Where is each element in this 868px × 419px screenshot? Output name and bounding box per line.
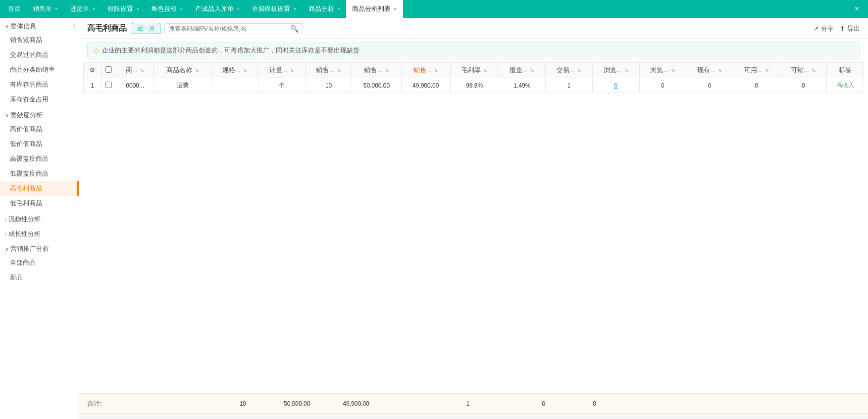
sidebar-item-high-margin[interactable]: 高毛利商品: [0, 181, 79, 196]
row-select-checkbox[interactable]: [105, 82, 112, 88]
col-tag[interactable]: 标签: [827, 63, 864, 78]
sidebar-group-growth[interactable]: › 成长性分析: [0, 226, 79, 240]
row-sales-profit: 49,900.00: [401, 78, 450, 93]
table-header-row: ⚙ 商... ⇅ 商品名称 ⇅ 规格...: [84, 63, 864, 78]
footer-current-stock: 0: [538, 400, 549, 407]
sort-views2-icon: ⇅: [671, 68, 675, 73]
nav-product-inbound[interactable]: 产成品入库单 ×: [189, 0, 246, 18]
sort-unit-icon: ⇅: [290, 68, 294, 73]
nav-sales-order[interactable]: 销售单 ×: [27, 0, 64, 18]
nav-product-analysis-list[interactable]: 商品分析列表 ×: [346, 0, 403, 18]
sidebar-item-in-stock-products[interactable]: 有库存的商品: [0, 77, 79, 92]
search-input[interactable]: [169, 25, 290, 32]
sort-sku-icon: ⇅: [140, 68, 144, 73]
sidebar-group-trend[interactable]: › 流趋性分析: [0, 211, 79, 226]
close-product-inbound-icon[interactable]: ×: [237, 6, 240, 12]
close-role-auth-icon[interactable]: ×: [180, 6, 183, 12]
row-sellable-stock: 0: [780, 78, 827, 93]
sidebar-item-high-value[interactable]: 高价值商品: [0, 122, 79, 137]
nav-home[interactable]: 首页: [2, 0, 27, 18]
col-sellable-stock[interactable]: 可销... ⇅: [780, 63, 827, 78]
sort-views1-icon: ⇅: [624, 68, 628, 73]
content-header: 高毛利商品 近一月 🔍 ↗ 分享 ⬆ 导出: [79, 18, 868, 39]
col-spec[interactable]: 规格... ⇅: [211, 63, 258, 78]
arrow-right-icon: ›: [5, 217, 6, 222]
arrow-down-icon3: ∨: [5, 246, 8, 252]
sidebar-item-all-products[interactable]: 全部商品: [0, 255, 79, 270]
sidebar-collapse-button[interactable]: 《: [69, 22, 76, 31]
sidebar-item-new-products[interactable]: 新品: [0, 270, 79, 285]
row-sales-amount: 50,000.00: [352, 78, 401, 93]
arrow-right-icon2: ›: [5, 232, 6, 237]
close-permission-settings-icon[interactable]: ×: [136, 6, 139, 12]
row-unit: 个: [258, 78, 306, 93]
sidebar: 《 ∨ 整体信息 销售览商品 交易过的商品 商品分类助销率 有库存的商品 库存资…: [0, 18, 79, 419]
window-close-button[interactable]: ×: [848, 0, 866, 18]
row-tag: 高收入: [827, 78, 864, 93]
sidebar-item-low-value[interactable]: 低价值商品: [0, 137, 79, 151]
footer-cells: 10 50,000.00 49,900.00 1 0 0: [112, 400, 860, 407]
share-icon: ↗: [814, 25, 819, 32]
filter-recent-month-button[interactable]: 近一月: [132, 23, 160, 34]
sort-sales-profit-icon: ⇅: [434, 68, 438, 73]
sort-transaction-icon: ⇅: [577, 68, 581, 73]
footer-transaction: 1: [462, 400, 474, 407]
col-available-stock[interactable]: 可用... ⇅: [733, 63, 780, 78]
sidebar-item-high-coverage[interactable]: 高覆盖度商品: [0, 151, 79, 166]
footer-total-label: 合计:: [87, 399, 102, 408]
col-sales-profit[interactable]: 销售... ⇅: [401, 63, 450, 78]
col-sales-qty[interactable]: 销售... ⇅: [305, 63, 352, 78]
sidebar-item-sales-overview[interactable]: 销售览商品: [0, 33, 79, 47]
col-gross-margin[interactable]: 毛利率 ⇅: [450, 63, 499, 78]
col-current-stock[interactable]: 现有... ⇅: [686, 63, 733, 78]
sidebar-item-stock-capital[interactable]: 库存资金占用: [0, 92, 79, 107]
sidebar-item-traded-products[interactable]: 交易过的商品: [0, 47, 79, 62]
notice-icon: ◇: [94, 47, 99, 54]
sort-sellable-stock-icon: ⇅: [812, 68, 816, 73]
col-sales-amount[interactable]: 销售... ⇅: [352, 63, 401, 78]
col-name[interactable]: 商品名称 ⇅: [154, 63, 211, 78]
top-nav: 首页 销售单 × 进货单 × 权限设置 × 角色授权 × 产成品入库单 × 单据…: [0, 0, 868, 18]
export-button[interactable]: ⬆ 导出: [840, 24, 860, 33]
sidebar-group-overall[interactable]: ∨ 整体信息: [0, 18, 79, 33]
row-sales-qty: 10: [305, 78, 352, 93]
sort-available-stock-icon: ⇅: [765, 68, 769, 73]
close-product-analysis-list-icon[interactable]: ×: [394, 6, 397, 12]
footer-bar: 合计: 10 50,000.00 49,900.00 1 0 0: [79, 393, 868, 413]
col-checkbox[interactable]: [102, 63, 116, 78]
sidebar-group-marketing[interactable]: ∨ 营销推广分析: [0, 240, 79, 255]
col-coverage[interactable]: 覆盖... ⇅: [499, 63, 546, 78]
notice-bar: ◇ 企业的主要的利润都是这部分商品创造的，可考虑加大推广，同时关注库存是不要出现…: [87, 43, 860, 58]
sidebar-group-contribution[interactable]: ∨ 贡献度分析: [0, 107, 79, 122]
sidebar-item-low-margin[interactable]: 低毛利商品: [0, 196, 79, 211]
nav-permission-settings[interactable]: 权限设置 ×: [102, 0, 145, 18]
close-sales-order-icon[interactable]: ×: [55, 6, 58, 12]
export-icon: ⬆: [840, 25, 845, 32]
row-transaction: 1: [546, 78, 593, 93]
row-views1[interactable]: 0: [592, 78, 639, 93]
select-all-checkbox[interactable]: [105, 66, 112, 73]
col-views2[interactable]: 浏览... ⇅: [639, 63, 686, 78]
sidebar-item-category-sales-rate[interactable]: 商品分类助销率: [0, 62, 79, 77]
col-settings[interactable]: ⚙: [84, 63, 102, 78]
col-unit[interactable]: 计量... ⇅: [258, 63, 306, 78]
horizontal-scrollbar[interactable]: [79, 413, 868, 419]
nav-product-analysis[interactable]: 商品分析 ×: [303, 0, 346, 18]
search-icon[interactable]: 🔍: [290, 25, 299, 33]
row-checkbox[interactable]: [102, 78, 116, 93]
col-transaction[interactable]: 交易... ⇅: [546, 63, 593, 78]
sort-gross-margin-icon: ⇅: [483, 68, 487, 73]
nav-purchase-order[interactable]: 进货单 ×: [64, 0, 101, 18]
close-product-analysis-icon[interactable]: ×: [337, 6, 340, 12]
share-button[interactable]: ↗ 分享: [814, 24, 834, 33]
row-coverage: 1.49%: [499, 78, 546, 93]
sidebar-item-low-coverage[interactable]: 低覆盖度商品: [0, 166, 79, 181]
row-current-stock: 0: [686, 78, 733, 93]
product-table: ⚙ 商... ⇅ 商品名称 ⇅ 规格...: [83, 62, 864, 93]
nav-role-auth[interactable]: 角色授权 ×: [145, 0, 189, 18]
col-sku[interactable]: 商... ⇅: [116, 63, 154, 78]
close-purchase-order-icon[interactable]: ×: [92, 6, 95, 12]
nav-template-settings[interactable]: 单据模板设置 ×: [246, 0, 302, 18]
col-views1[interactable]: 浏览... ⇅: [592, 63, 639, 78]
close-template-settings-icon[interactable]: ×: [293, 6, 296, 12]
